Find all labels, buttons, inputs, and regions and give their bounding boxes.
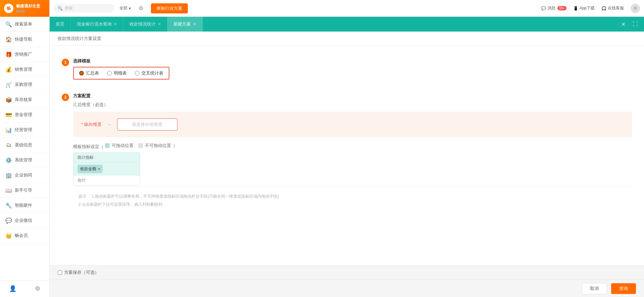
operations-icon: 📊 — [5, 127, 12, 133]
help-icon: 👤 — [9, 285, 16, 292]
option-detail[interactable]: 明细表 — [107, 70, 127, 76]
metrics-title: 模板指标设定（ 可拖动位置 不可拖动位置 ） — [73, 143, 177, 150]
sidebar-item-purchase[interactable]: 🛒 采购管理 — [0, 77, 49, 92]
option-cross-label: 交叉统计表 — [142, 70, 163, 76]
radio-detail[interactable] — [107, 71, 112, 76]
save-checkbox[interactable] — [58, 270, 62, 275]
option-summary-label: 汇总表 — [86, 70, 99, 76]
dropdown-chevron-icon: ▾ — [129, 6, 131, 11]
sidebar-item-search-menu[interactable]: 🔍 搜索菜单 — [0, 17, 49, 32]
message-badge: 99+ — [557, 6, 567, 10]
support-label: 在线客服 — [608, 5, 624, 11]
sidebar-item-label: 库存核算 — [15, 97, 32, 103]
tab-home[interactable]: 首页 — [50, 17, 71, 32]
expand-btn[interactable]: ⛶ — [631, 19, 640, 29]
sidebar-item-marketing[interactable]: 🎁 营销推广 — [0, 47, 49, 62]
step2-num: 2 — [62, 94, 69, 101]
bottom-bar: 取消 查询 — [50, 280, 644, 297]
vertical-label: * 纵向维度 — [81, 121, 102, 128]
save-checkbox-label[interactable]: 方案保存（可选） — [58, 269, 99, 276]
smart-hw-icon: 🔧 — [5, 202, 12, 209]
chevron-down-icon: ▾ — [98, 167, 100, 171]
sidebar-item-label: 销售管理 — [15, 66, 32, 72]
topbar-gear-btn[interactable]: ⚙ — [136, 4, 146, 13]
sidebar-item-enterprise[interactable]: 🏢 企业协同 — [0, 168, 49, 183]
sidebar-item-smart-hw[interactable]: 🔧 智能硬件 — [0, 198, 49, 213]
sidebar-item-sales[interactable]: 💰 销售管理 — [0, 62, 49, 77]
save-option-row: 方案保存（可选） — [50, 265, 644, 280]
tab-new-plan-close-icon[interactable]: ✕ — [193, 22, 196, 27]
settings-icon: ⚙ — [35, 285, 40, 292]
search-box[interactable]: 🔍 搜索 — [54, 4, 114, 12]
topbar: 🔍 搜索 全部 ▾ ⚙ 体验行业方案 💬 消息 99+ 📱 App下载 🎧 在线… — [50, 0, 644, 17]
download-btn[interactable]: 📱 App下载 — [573, 5, 595, 11]
newbie-icon: 📖 — [5, 187, 12, 194]
sidebar-item-system[interactable]: ⚙️ 系统管理 — [0, 153, 49, 168]
sidebar-help-btn[interactable]: 👤 — [6, 284, 19, 294]
radio-cross[interactable] — [135, 71, 140, 76]
sidebar-item-label: 系统管理 — [15, 157, 32, 163]
save-label: 方案保存（可选） — [64, 269, 99, 276]
logo-title: 畅捷通好生意 — [16, 3, 40, 9]
step1-num: 1 — [62, 59, 69, 66]
sidebar-item-label: 畅会员 — [15, 233, 28, 239]
step1-content: 选择模板 汇总表 明细表 — [73, 58, 632, 80]
tabbar: 首页 现金银行流水查询 ✕ 收款情况统计 ✕ 新建方案 ✕ ✕ ⛶ — [50, 17, 644, 32]
metrics-tag-payment[interactable]: 收款金额 ▾ — [77, 165, 103, 173]
sidebar-item-quick-nav[interactable]: 🏠 快捷导航 — [0, 32, 49, 47]
metrics-group-header: 统计指标 — [73, 153, 140, 163]
dimension-select-placeholder: 请选择分组维度 — [132, 122, 162, 127]
tab-bank-flow-close-icon[interactable]: ✕ — [114, 22, 117, 27]
metrics-subtag: 合计 — [73, 176, 140, 185]
trial-button[interactable]: 体验行业方案 — [151, 3, 188, 13]
user-avatar[interactable]: 用 — [631, 4, 640, 13]
close-btn[interactable]: ✕ — [619, 19, 628, 29]
metrics-tag-label: 收款金额 — [80, 166, 96, 172]
tab-receipt-stats[interactable]: 收款情况统计 ✕ — [123, 17, 167, 32]
message-btn[interactable]: 💬 消息 99+ — [541, 5, 567, 11]
tab-new-plan[interactable]: 新建方案 ✕ — [167, 17, 203, 32]
step2-section: 2 方案配置 汇总维度（必选） * 纵向维度 → 请选择分组维度 — [62, 89, 632, 218]
page-inner: 收款情况统计方案设置 1 选择模板 汇总表 — [50, 32, 644, 280]
sidebar-item-member[interactable]: 👑 畅会员 — [0, 228, 49, 243]
summary-dimension-title: 汇总维度（必选） — [73, 102, 632, 108]
sidebar-item-operations[interactable]: 📊 经营管理 — [0, 122, 49, 138]
dropdown-text: 全部 — [119, 5, 127, 11]
tab-bank-flow[interactable]: 现金银行流水查询 ✕ — [71, 17, 123, 32]
page-body: 1 选择模板 汇总表 明细表 — [54, 49, 640, 262]
query-button[interactable]: 查询 — [611, 283, 636, 294]
page-content: 收款情况统计方案设置 1 选择模板 汇总表 — [50, 32, 644, 297]
dimension-select[interactable]: 请选择分组维度 — [117, 118, 177, 131]
sidebar-settings-btn[interactable]: ⚙ — [32, 284, 43, 294]
option-summary[interactable]: 汇总表 — [79, 70, 99, 76]
sidebar-item-label: 基础信息 — [15, 142, 32, 148]
sidebar-item-wechat[interactable]: 💬 企业微信 — [0, 213, 49, 228]
cancel-button[interactable]: 取消 — [582, 283, 607, 294]
sidebar-item-label: 企业协同 — [15, 172, 32, 178]
sidebar-badge: 标准版 — [16, 9, 40, 14]
sidebar-item-label: 智能硬件 — [15, 202, 32, 208]
sidebar-menu: 🔍 搜索菜单 🏠 快捷导航 🎁 营销推广 💰 销售管理 🛒 采购管理 📦 库存核… — [0, 17, 49, 281]
support-btn[interactable]: 🎧 在线客服 — [601, 5, 624, 11]
sales-icon: 💰 — [5, 66, 12, 73]
marketing-icon: 🎁 — [5, 51, 12, 58]
option-cross[interactable]: 交叉统计表 — [135, 70, 163, 76]
download-label: App下载 — [580, 5, 595, 11]
tips-section: 提示： 1.拖动标题栏可以调整布局，不可跨维度或指标区域拖动栏目字段(只能在同一… — [73, 187, 632, 214]
system-icon: ⚙️ — [5, 157, 12, 163]
avatar-text: 用 — [634, 6, 637, 11]
sidebar-item-label: 营销推广 — [15, 51, 32, 57]
search-placeholder-text: 搜索 — [65, 5, 73, 11]
download-icon: 📱 — [573, 6, 578, 11]
purchase-icon: 🛒 — [5, 81, 12, 88]
sidebar-item-finance[interactable]: 💳 资金管理 — [0, 107, 49, 122]
tab-receipt-stats-label: 收款情况统计 — [129, 21, 156, 27]
topbar-dropdown[interactable]: 全部 ▾ — [119, 5, 131, 11]
sidebar-item-label: 搜索菜单 — [15, 21, 32, 27]
radio-summary[interactable] — [79, 71, 84, 76]
tab-receipt-stats-close-icon[interactable]: ✕ — [158, 22, 161, 27]
sidebar-item-basic-info[interactable]: 🗂 基础信息 — [0, 138, 49, 153]
sidebar: 畅 畅捷通好生意 标准版 🔍 搜索菜单 🏠 快捷导航 🎁 营销推广 💰 销售管理… — [0, 0, 50, 297]
sidebar-item-newbie[interactable]: 📖 新手引导 — [0, 183, 49, 198]
sidebar-item-inventory[interactable]: 📦 库存核算 — [0, 92, 49, 107]
